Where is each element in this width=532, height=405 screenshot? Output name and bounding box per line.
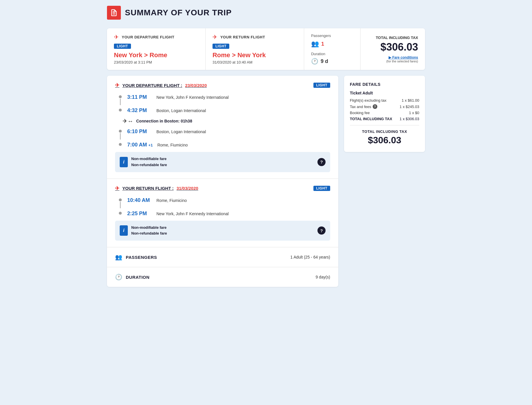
fare-card: FARE DETAILS Ticket Adult Flight(s) excl… bbox=[344, 76, 425, 152]
total-amount: $306.03 bbox=[380, 41, 418, 53]
ret-fare-info-box: i Non-modifiable fare Non-refundable far… bbox=[115, 221, 330, 241]
fare-section: FARE DETAILS Ticket Adult Flight(s) excl… bbox=[344, 76, 425, 287]
dep-airport-3: Boston, Logan International bbox=[156, 129, 206, 134]
fare-total-section: TOTAL INCLUDING TAX $306.03 bbox=[350, 129, 419, 146]
summary-pax-duration: Passengers 👥 1 Duration 🕐 9 d bbox=[304, 28, 361, 70]
dep-fare-info-box: i Non-modifiable fare Non-refundable far… bbox=[115, 152, 330, 172]
ret-timeline: 10:40 AM Rome, Fiumicino 2:25 PM New Yor… bbox=[118, 197, 330, 217]
ret-stop-2: 2:25 PM New York, John F Kennedy Interna… bbox=[118, 211, 330, 217]
passengers-row-label: PASSENGERS bbox=[126, 255, 157, 260]
fare-total-label: TOTAL INCLUDING TAX bbox=[350, 129, 419, 134]
ret-airport-2: New York, John F Kennedy International bbox=[156, 211, 229, 216]
dep-line-1 bbox=[120, 99, 121, 105]
fare-row-value-3: 1 x $306.03 bbox=[400, 117, 419, 121]
trip-icon bbox=[107, 6, 121, 20]
return-flight-block: ✈ YOUR RETURN FLIGHT : 31/03/2020 LIGHT … bbox=[107, 179, 338, 248]
fare-row-value-1: 1 x $245.03 bbox=[400, 105, 419, 109]
passengers-row: 👥 PASSENGERS 1 Adult (25 - 64 years) bbox=[107, 247, 338, 267]
dep-stop-2: 4:32 PM Boston, Logan International bbox=[118, 107, 330, 114]
dep-stop-3: 6:10 PM Boston, Logan International bbox=[118, 129, 330, 140]
dep-dot-3 bbox=[119, 130, 122, 133]
ret-airport-1: Rome, Fiumicino bbox=[156, 197, 187, 203]
ret-info-i-icon: i bbox=[120, 225, 128, 236]
ret-dot-2 bbox=[119, 212, 122, 215]
summary-return: ✈ YOUR RETURN FLIGHT LIGHT Rome > New Yo… bbox=[206, 28, 304, 70]
connection-text: Connection in Boston: 01h38 bbox=[136, 119, 192, 123]
fare-section-title: FARE DETAILS bbox=[350, 82, 419, 87]
fare-row-value-0: 1 x $61.00 bbox=[402, 98, 419, 103]
ret-fare-info-text: Non-modifiable fare Non-refundable fare bbox=[131, 225, 167, 237]
passengers-row-value: 1 Adult (25 - 64 years) bbox=[290, 255, 330, 259]
fare-row-label-0: Flight(s) excluding tax bbox=[350, 98, 386, 103]
duration-value: 🕐 9 d bbox=[311, 58, 353, 65]
passengers-icon: 👥 bbox=[311, 40, 319, 48]
ret-time-1: 10:40 AM bbox=[127, 197, 152, 203]
dep-airport-2: Boston, Logan International bbox=[156, 107, 206, 113]
fare-row-label-2: Booking fee bbox=[350, 111, 370, 115]
dep-dot-1 bbox=[119, 95, 122, 98]
departure-block-title: ✈ YOUR DEPARTURE FLIGHT : 23/03/2020 bbox=[115, 82, 207, 88]
main-content: ✈ YOUR DEPARTURE FLIGHT : 23/03/2020 LIG… bbox=[107, 76, 425, 287]
duration-row-value: 9 day(s) bbox=[315, 275, 330, 279]
total-label: TOTAL INCLUDING TAX bbox=[376, 36, 418, 40]
dep-timeline-1: 3:11 PM New York, John F Kennedy Interna… bbox=[118, 94, 330, 114]
departure-datetime: 23/03/2020 at 3:11 PM bbox=[114, 60, 198, 64]
duration-row: 🕐 DURATION 9 day(s) bbox=[107, 267, 338, 287]
duration-row-icon: 🕐 bbox=[115, 274, 122, 280]
dep-dot-2 bbox=[119, 109, 122, 112]
dep-stop-4: 7:00 AM +1 Rome, Fiumicino bbox=[118, 142, 330, 148]
dep-airport-1: New York, John F Kennedy International bbox=[156, 94, 229, 100]
fare-row-2: Booking fee 1 x $0 bbox=[350, 111, 419, 115]
ret-title-prefix: YOUR RETURN FLIGHT : bbox=[122, 186, 174, 191]
summary-departure: ✈ YOUR DEPARTURE FLIGHT LIGHT New York >… bbox=[107, 28, 206, 70]
fare-row-0: Flight(s) excluding tax 1 x $61.00 bbox=[350, 98, 419, 103]
fare-row-label-3: TOTAL INCLUDING TAX bbox=[350, 117, 392, 121]
dep-time-2: 4:32 PM bbox=[127, 107, 152, 114]
duration-row-label: DURATION bbox=[126, 275, 149, 280]
return-badge: LIGHT bbox=[213, 44, 230, 49]
fare-row-3: TOTAL INCLUDING TAX 1 x $306.03 bbox=[350, 117, 419, 121]
departure-route: New York > Rome bbox=[114, 51, 198, 59]
fare-conditions-sub: (for the selected fares) bbox=[386, 60, 418, 63]
dep-block-plane-icon: ✈ bbox=[115, 82, 119, 88]
dep-timeline-2: 6:10 PM Boston, Logan International 7:00… bbox=[118, 129, 330, 148]
fare-row-1: Tax and fees ? 1 x $245.03 bbox=[350, 104, 419, 109]
fare-row-label-1: Tax and fees ? bbox=[350, 104, 377, 109]
duration-icon: 🕐 bbox=[311, 58, 318, 65]
return-route: Rome > New York bbox=[213, 51, 297, 59]
dep-help-button[interactable]: ? bbox=[317, 158, 326, 166]
departure-label: YOUR DEPARTURE FLIGHT bbox=[122, 35, 174, 39]
dep-title-prefix: YOUR DEPARTURE FLIGHT : bbox=[122, 83, 182, 88]
dep-fare-info-text: Non-modifiable fare Non-refundable fare bbox=[131, 156, 167, 168]
return-block-title: ✈ YOUR RETURN FLIGHT : 31/03/2020 bbox=[115, 185, 198, 192]
fare-conditions-link[interactable]: ▶ Fare conditions bbox=[389, 55, 418, 60]
ret-line-1 bbox=[120, 202, 121, 208]
fare-total-amount: $306.03 bbox=[350, 135, 419, 146]
summary-total: TOTAL INCLUDING TAX $306.03 ▶ Fare condi… bbox=[361, 28, 425, 70]
dep-badge: LIGHT bbox=[313, 83, 330, 88]
ret-title-date: 31/03/2020 bbox=[177, 186, 198, 191]
fare-divider bbox=[350, 125, 419, 125]
dep-time-4: 7:00 AM +1 bbox=[127, 142, 153, 148]
dep-dot-4 bbox=[119, 143, 122, 146]
connection-block: ✈↔ Connection in Boston: 01h38 bbox=[123, 118, 330, 125]
ret-dot-1 bbox=[119, 198, 122, 201]
tax-help-icon[interactable]: ? bbox=[373, 104, 377, 109]
return-datetime: 31/03/2020 at 10:40 AM bbox=[213, 60, 297, 64]
fare-row-value-2: 1 x $0 bbox=[409, 111, 419, 115]
return-plane-icon: ✈ bbox=[213, 34, 217, 40]
dep-airport-4: Rome, Fiumicino bbox=[157, 142, 188, 147]
ret-block-plane-icon: ✈ bbox=[115, 185, 119, 192]
dep-stop-1: 3:11 PM New York, John F Kennedy Interna… bbox=[118, 94, 330, 106]
ret-help-button[interactable]: ? bbox=[317, 226, 326, 235]
ret-stop-1: 10:40 AM Rome, Fiumicino bbox=[118, 197, 330, 209]
dep-time-1: 3:11 PM bbox=[127, 94, 152, 100]
info-i-icon: i bbox=[120, 157, 128, 167]
page-header: SUMMARY OF YOUR TRIP bbox=[107, 6, 425, 23]
passengers-row-icon: 👥 bbox=[115, 254, 122, 261]
dep-line-2 bbox=[120, 133, 121, 140]
return-label: YOUR RETURN FLIGHT bbox=[220, 35, 265, 39]
passengers-label: Passengers bbox=[311, 34, 353, 38]
flights-section: ✈ YOUR DEPARTURE FLIGHT : 23/03/2020 LIG… bbox=[107, 76, 338, 287]
passengers-value: 👥 1 bbox=[311, 40, 353, 48]
